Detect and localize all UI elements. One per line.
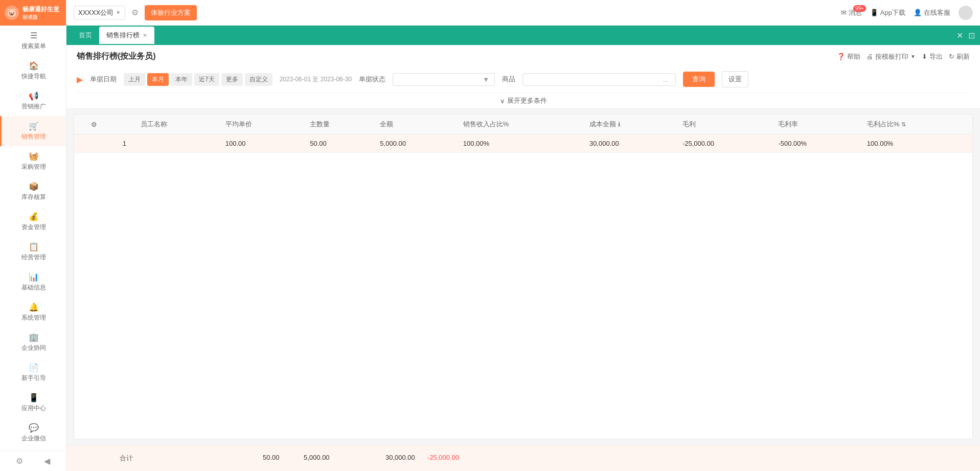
- sidebar-label-shortcut: 快捷导航: [21, 72, 46, 81]
- content-area: 销售排行榜(按业务员) ❓ 帮助 🖨 按模板打印 ▼ ⬇ 导出: [66, 45, 980, 471]
- cell-cost: 30,000.00: [583, 134, 676, 153]
- date-btn-this-month[interactable]: 本月: [147, 73, 169, 86]
- sidebar-item-enterprise[interactable]: 🏢 企业协同: [0, 327, 66, 357]
- company-name: XXXXX公司: [78, 8, 113, 17]
- sidebar-item-marketing[interactable]: 📢 营销推广: [0, 86, 66, 116]
- app-download-button[interactable]: 📱 App下载: [870, 8, 905, 17]
- gross-pct-sort-icon[interactable]: ⇅: [901, 121, 906, 127]
- sidebar-item-search[interactable]: ☰ 搜索菜单: [0, 26, 66, 56]
- sidebar-item-sales[interactable]: 🛒 销售管理: [0, 116, 66, 146]
- sidebar-label-sales: 销售管理: [21, 132, 46, 141]
- export-button[interactable]: ⬇ 导出: [922, 52, 943, 61]
- marketing-icon: 📢: [29, 91, 39, 101]
- cell-rank: 1: [114, 134, 134, 153]
- date-btn-custom[interactable]: 自定义: [245, 73, 272, 86]
- trial-button[interactable]: 体验行业方案: [145, 5, 197, 20]
- cell-gross-rate: -500.00%: [772, 134, 860, 153]
- date-btn-more[interactable]: 更多: [221, 73, 243, 86]
- sidebar-item-finance[interactable]: 💰 资金管理: [0, 207, 66, 237]
- sidebar-item-guide[interactable]: 📄 新手引导: [0, 357, 66, 388]
- expand-more-row[interactable]: ∨ 展开更多条件: [77, 93, 970, 108]
- inventory-icon: 📦: [29, 182, 39, 191]
- th-amount: 全额: [374, 115, 457, 134]
- top-bar-right: ✉ 消息 99+ 📱 App下载 👤 在线客服: [841, 6, 973, 20]
- collapse-toggle-icon[interactable]: ▶: [77, 75, 83, 84]
- tab-sales-rank[interactable]: 销售排行榜 ✕: [99, 27, 154, 44]
- message-button[interactable]: ✉ 消息 99+: [841, 8, 862, 17]
- th-settings[interactable]: ⚙: [74, 115, 114, 134]
- table-settings-icon[interactable]: ⚙: [91, 121, 97, 128]
- table-header-row: ⚙ 员工名称 平均单价 主数量 全额 销售收入占比% 成本全额 ℹ 毛利 毛利率…: [74, 115, 972, 134]
- sidebar-label-purchase: 采购管理: [21, 163, 46, 171]
- status-filter-select[interactable]: ▼: [393, 73, 495, 86]
- sidebar-item-system[interactable]: 🔔 系统管理: [0, 297, 66, 327]
- sidebar-settings-icon[interactable]: ⚙: [16, 456, 23, 466]
- date-btn-last-7days[interactable]: 近7天: [194, 73, 219, 86]
- date-filter-label: 单据日期: [90, 75, 117, 84]
- finance-icon: 💰: [29, 212, 39, 221]
- tab-bar: 首页 销售排行榜 ✕ ✕ ⊡: [66, 26, 980, 45]
- print-caret-icon: ▼: [910, 54, 916, 59]
- logo-icon: 🐷: [4, 5, 19, 20]
- th-gross: 毛利: [676, 115, 772, 134]
- footer-avg-price: [216, 451, 257, 466]
- sidebar-collapse-icon[interactable]: ◀: [44, 456, 50, 466]
- download-icon: 📱: [870, 9, 878, 16]
- goods-filter-select[interactable]: ...: [522, 73, 676, 86]
- print-button[interactable]: 🖨 按模板打印 ▼: [867, 52, 916, 61]
- tab-restore-icon[interactable]: ⊡: [968, 31, 975, 40]
- page-title-row: 销售排行榜(按业务员) ❓ 帮助 🖨 按模板打印 ▼ ⬇ 导出: [77, 51, 970, 66]
- sidebar-item-operations[interactable]: 📋 经营管理: [0, 237, 66, 267]
- footer-gross: -25,000.00: [421, 451, 465, 466]
- cell-sales-pct: 100.00%: [457, 134, 583, 153]
- goods-more-icon[interactable]: ...: [663, 76, 668, 83]
- sidebar-item-inventory[interactable]: 📦 库存核算: [0, 176, 66, 207]
- footer-label: [73, 451, 113, 466]
- top-bar: XXXXX公司 ▼ ⚙ 体验行业方案 ✉ 消息 99+ 📱 App下载 👤 在线…: [66, 0, 980, 26]
- sidebar-item-basic[interactable]: 📊 基础信息: [0, 267, 66, 297]
- footer-sales-pct: [338, 451, 379, 466]
- date-btn-last-month[interactable]: 上月: [124, 73, 145, 86]
- help-button[interactable]: ❓ 帮助: [837, 52, 860, 61]
- company-selector[interactable]: XXXXX公司 ▼: [74, 6, 125, 20]
- refresh-button[interactable]: ↻ 刷新: [949, 52, 970, 61]
- export-icon: ⬇: [922, 53, 927, 60]
- tab-home[interactable]: 首页: [72, 27, 99, 44]
- cell-qty: 50.00: [304, 134, 374, 153]
- top-bar-left: XXXXX公司 ▼ ⚙ 体验行业方案: [74, 5, 197, 20]
- footer-cost: 30,000.00: [379, 451, 421, 466]
- footer-qty: 50.00: [257, 451, 298, 466]
- sidebar-item-shortcut[interactable]: 🏠 快捷导航: [0, 56, 66, 86]
- goods-filter-label: 商品: [502, 75, 515, 84]
- sidebar-label-finance: 资金管理: [21, 223, 46, 232]
- cost-info-icon[interactable]: ℹ: [618, 121, 620, 127]
- th-rank: [114, 115, 134, 134]
- service-icon: 👤: [914, 9, 922, 16]
- date-btn-this-year[interactable]: 本年: [171, 73, 192, 86]
- tab-close-all-icon[interactable]: ✕: [956, 31, 963, 40]
- sidebar-label-guide: 新手引导: [21, 374, 46, 383]
- home-icon: 🏠: [29, 61, 39, 71]
- message-badge: 99+: [853, 5, 866, 12]
- sidebar-label-search: 搜索菜单: [21, 42, 46, 51]
- th-avg-price: 平均单价: [219, 115, 304, 134]
- svg-text:🐷: 🐷: [7, 8, 17, 17]
- avatar[interactable]: [959, 6, 973, 20]
- tab-close-icon[interactable]: ✕: [143, 32, 147, 39]
- cell-name: [134, 134, 219, 153]
- sidebar-label-wechat: 企业微信: [21, 434, 46, 443]
- footer-total-label: 合计: [113, 451, 154, 466]
- cell-gross-pct: 100.00%: [861, 134, 972, 153]
- page-title: 销售排行榜(按业务员): [77, 51, 156, 62]
- sidebar-item-apps[interactable]: 📱 应用中心: [0, 388, 66, 418]
- sidebar-item-purchase[interactable]: 🧺 采购管理: [0, 146, 66, 176]
- sidebar-item-wechat[interactable]: 💬 企业微信: [0, 418, 66, 448]
- search-icon: ☰: [30, 31, 37, 40]
- sidebar-label-apps: 应用中心: [21, 404, 46, 413]
- table-row: 1 100.00 50.00 5,000.00 100.00% 30,000.0…: [74, 134, 972, 153]
- date-filter-buttons: 上月 本月 本年 近7天 更多 自定义: [124, 73, 272, 86]
- settings-button[interactable]: 设置: [722, 71, 748, 87]
- query-button[interactable]: 查询: [683, 72, 715, 87]
- settings-gear-icon[interactable]: ⚙: [129, 6, 141, 19]
- online-service-button[interactable]: 👤 在线客服: [914, 8, 950, 17]
